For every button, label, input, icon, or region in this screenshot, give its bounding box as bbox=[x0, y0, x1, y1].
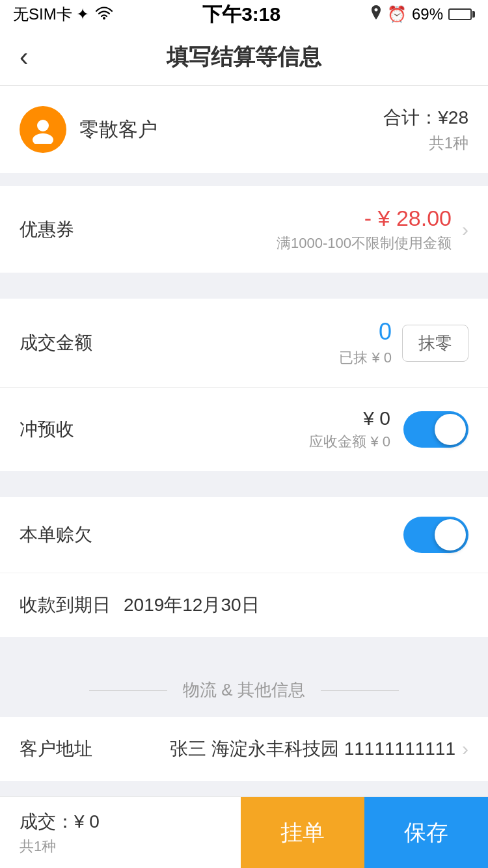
coupon-right: - ¥ 28.00 满1000-100不限制使用金额 › bbox=[277, 206, 468, 253]
divider-2 bbox=[0, 484, 488, 497]
status-bar: 无SIM卡 ✦ 下午3:18 ⏰ 69% bbox=[0, 0, 488, 29]
svg-point-0 bbox=[37, 120, 49, 131]
coupon-desc: 满1000-100不限制使用金额 bbox=[277, 234, 452, 253]
save-button[interactable]: 保存 bbox=[364, 797, 488, 869]
bottom-info: 成交：¥ 0 共1种 bbox=[0, 809, 241, 856]
customer-card: 零散客户 合计：¥28 共1种 bbox=[0, 86, 488, 173]
address-value: 张三 海淀永丰科技园 11111111111 bbox=[170, 737, 455, 761]
pre-amount: ¥ 0 bbox=[309, 407, 390, 429]
customer-count: 共1种 bbox=[383, 133, 468, 154]
wifi-icon bbox=[96, 5, 113, 23]
deal-amount-right: 已抹 ¥ 0 抹零 bbox=[100, 318, 468, 368]
pre-receive-toggle-knob bbox=[435, 414, 466, 445]
debt-label: 本单赊欠 bbox=[20, 522, 92, 547]
bottom-count: 共1种 bbox=[20, 837, 221, 856]
divider-3 bbox=[0, 650, 488, 663]
bottom-deal-value: ¥ 0 bbox=[74, 811, 100, 832]
deal-amount-values: 已抹 ¥ 0 bbox=[100, 318, 392, 368]
address-row[interactable]: 客户地址 张三 海淀永丰科技园 11111111111 › bbox=[0, 717, 488, 781]
debt-section: 本单赊欠 收款到期日 2019年12月30日 bbox=[0, 497, 488, 637]
coupon-section: 优惠券 - ¥ 28.00 满1000-100不限制使用金额 › bbox=[0, 186, 488, 273]
address-chevron-icon: › bbox=[462, 738, 468, 760]
bottom-deal-amount: 成交：¥ 0 bbox=[20, 809, 221, 834]
bottom-buttons: 挂单 保存 bbox=[241, 797, 488, 869]
bottom-deal-label: 成交： bbox=[20, 811, 74, 832]
back-button[interactable]: ‹ bbox=[20, 42, 28, 72]
debt-row: 本单赊欠 bbox=[0, 497, 488, 573]
customer-info-left: 零散客户 bbox=[20, 106, 157, 153]
logistics-header: 物流 & 其他信息 bbox=[0, 663, 488, 717]
customer-avatar bbox=[20, 106, 66, 153]
location-icon bbox=[370, 5, 382, 23]
customer-name: 零散客户 bbox=[79, 116, 157, 143]
carrier-text: 无SIM卡 ✦ bbox=[13, 4, 89, 25]
coupon-chevron-icon: › bbox=[462, 219, 468, 241]
already-zeroed-label: 已抹 ¥ 0 bbox=[100, 348, 392, 368]
customer-info-right: 合计：¥28 共1种 bbox=[383, 105, 468, 154]
coupon-detail: - ¥ 28.00 满1000-100不限制使用金额 bbox=[277, 206, 452, 253]
coupon-amount: - ¥ 28.00 bbox=[277, 206, 452, 231]
status-bar-time: 下午3:18 bbox=[202, 1, 280, 28]
address-label: 客户地址 bbox=[20, 737, 92, 761]
deal-amount-row: 成交金额 已抹 ¥ 0 抹零 bbox=[0, 299, 488, 388]
divider-1 bbox=[0, 286, 488, 299]
debt-toggle[interactable] bbox=[403, 517, 468, 553]
hold-button[interactable]: 挂单 bbox=[241, 797, 364, 869]
pre-receive-right: ¥ 0 应收金额 ¥ 0 bbox=[309, 407, 468, 452]
pre-receive-toggle[interactable] bbox=[403, 411, 468, 448]
battery-percent: 69% bbox=[412, 5, 443, 23]
receivable-label: 应收金额 ¥ 0 bbox=[309, 432, 390, 452]
pre-receive-label: 冲预收 bbox=[20, 417, 74, 442]
pre-receive-row: 冲预收 ¥ 0 应收金额 ¥ 0 bbox=[0, 388, 488, 471]
coupon-row[interactable]: 优惠券 - ¥ 28.00 满1000-100不限制使用金额 › bbox=[0, 186, 488, 273]
bottom-bar: 成交：¥ 0 共1种 挂单 保存 bbox=[0, 796, 488, 868]
amount-section: 成交金额 已抹 ¥ 0 抹零 冲预收 ¥ 0 应收金额 ¥ 0 bbox=[0, 299, 488, 471]
due-date-row: 收款到期日 2019年12月30日 bbox=[0, 573, 488, 637]
customer-total: 合计：¥28 bbox=[383, 105, 468, 130]
deal-amount-label: 成交金额 bbox=[20, 331, 92, 355]
alarm-icon: ⏰ bbox=[387, 5, 407, 23]
nav-bar: ‹ 填写结算等信息 bbox=[0, 29, 488, 86]
due-date-label: 收款到期日 bbox=[20, 593, 111, 617]
svg-point-1 bbox=[33, 133, 53, 144]
content: 零散客户 合计：¥28 共1种 优惠券 - ¥ 28.00 满1000-100不… bbox=[0, 86, 488, 868]
pre-receive-amounts: ¥ 0 应收金额 ¥ 0 bbox=[309, 407, 390, 452]
debt-toggle-knob bbox=[435, 519, 466, 550]
battery-icon bbox=[448, 8, 475, 20]
due-date-value: 2019年12月30日 bbox=[124, 593, 260, 617]
status-bar-left: 无SIM卡 ✦ bbox=[13, 4, 113, 25]
deal-amount-input[interactable] bbox=[100, 318, 392, 346]
page-title: 填写结算等信息 bbox=[167, 42, 321, 72]
address-right: 张三 海淀永丰科技园 11111111111 › bbox=[170, 737, 468, 761]
logistics-label: 物流 & 其他信息 bbox=[183, 680, 305, 699]
round-zero-button[interactable]: 抹零 bbox=[402, 325, 468, 362]
coupon-label: 优惠券 bbox=[20, 217, 74, 242]
status-bar-right: ⏰ 69% bbox=[370, 5, 475, 23]
